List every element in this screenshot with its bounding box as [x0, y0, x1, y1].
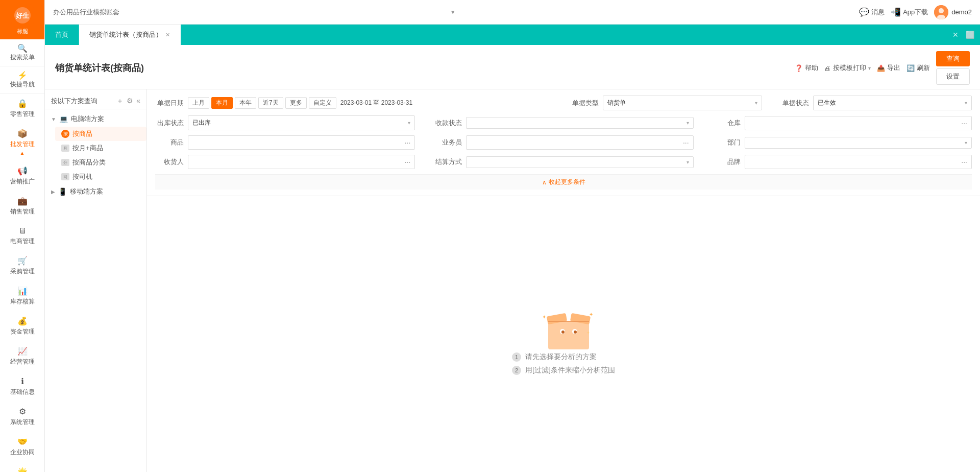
empty-tips: 1 请先选择要分析的方案 2 用[过滤]条件来缩小分析范围	[512, 352, 615, 375]
help-button[interactable]: ❓ 帮助	[795, 63, 818, 73]
warehouse-input[interactable]: ···	[745, 116, 972, 130]
doc-status-select[interactable]: 已生效 ▾	[813, 96, 972, 110]
date-btn-this-month[interactable]: 本月	[211, 97, 233, 109]
basic-info-icon: ℹ	[21, 376, 24, 386]
sidebar-item-inventory[interactable]: 📊 库存核算	[0, 281, 44, 311]
app-download-button[interactable]: 📲 App下载	[891, 7, 928, 17]
left-panel-header: 按以下方案查询 ＋ ⚙ «	[45, 93, 146, 109]
tab-close-button[interactable]: ✕	[165, 32, 170, 38]
sidebar-item-collaboration[interactable]: 🤝 企业协同	[0, 432, 44, 462]
settings-button[interactable]: 设置	[936, 68, 970, 85]
sidebar-item-operations[interactable]: 📈 经营管理	[0, 341, 44, 371]
sidebar-item-wholesale[interactable]: 📦 批发管理 ▲	[0, 124, 44, 161]
maximize-tab-btn[interactable]: ⬜	[964, 29, 976, 41]
dept-select[interactable]: ▾	[745, 137, 972, 149]
sidebar: 好生 标腿 🔍 搜索菜单 ⚡ 快捷导航 🔒 零售管理 📦 批发管理 ▲ 📢 营销…	[0, 0, 45, 472]
date-btn-this-year[interactable]: 本年	[235, 97, 256, 109]
by-month-goods-icon: 月	[61, 145, 69, 152]
sidebar-item-system[interactable]: ⚙ 系统管理	[0, 402, 44, 432]
settings-scheme-icon[interactable]: ⚙	[127, 97, 133, 106]
add-scheme-icon[interactable]: ＋	[116, 97, 124, 106]
sidebar-item-marketing[interactable]: 📢 营销推广	[0, 161, 44, 191]
brand-dots-icon: ···	[961, 158, 967, 166]
out-status-select[interactable]: 已出库 ▾	[188, 115, 415, 130]
export-icon: 📤	[877, 64, 885, 72]
search-menu-item[interactable]: 🔍 搜索菜单	[0, 39, 44, 66]
sidebar-item-ecommerce[interactable]: 🖥 电商管理	[0, 221, 44, 251]
finance-icon: 💰	[17, 316, 28, 326]
dept-arrow-icon: ▾	[965, 140, 967, 146]
collect-status-select[interactable]: ▾	[466, 117, 693, 129]
out-status-label: 出库状态	[155, 119, 184, 128]
tree-item-by-driver[interactable]: 司 按司机	[55, 170, 146, 184]
tab-sales-stats[interactable]: 销货单统计表（按商品） ✕	[79, 25, 181, 45]
sidebar-logo[interactable]: 好生 标腿	[0, 0, 44, 39]
filter-row-3: 商品 ··· 业务员 ··· 部门	[155, 135, 972, 150]
date-btn-last-7-days[interactable]: 近7天	[258, 97, 283, 109]
query-button[interactable]: 查询	[936, 51, 970, 66]
out-status-arrow-icon: ▾	[408, 120, 410, 126]
right-panel: 单据日期 上月 本月 本年 近7天 更多 自定义 2023-03-01 至 20…	[147, 89, 980, 472]
user-menu[interactable]: demo2	[934, 5, 972, 19]
tree-item-by-category[interactable]: 分 按商品分类	[55, 155, 146, 170]
tree-item-by-goods[interactable]: 按 按商品	[55, 127, 146, 141]
quick-nav-item[interactable]: ⚡ 快捷导航	[0, 66, 44, 93]
sidebar-item-newbie[interactable]: 🌟 新手引导	[0, 462, 44, 472]
mobile-folder-icon: 📱	[58, 187, 67, 196]
system-icon: ⚙	[19, 407, 26, 416]
goods-label: 商品	[155, 138, 184, 147]
collaboration-icon: 🤝	[17, 437, 28, 446]
export-button[interactable]: 📤 导出	[877, 63, 900, 73]
tree-item-by-month-goods[interactable]: 月 按月+商品	[55, 141, 146, 155]
app-download-icon: 📲	[891, 7, 901, 17]
tab-home[interactable]: 首页	[45, 25, 79, 45]
sidebar-item-basic-info[interactable]: ℹ 基础信息	[0, 371, 44, 402]
message-button[interactable]: 💬 消息	[859, 7, 885, 17]
settle-select[interactable]: ▾	[466, 156, 693, 168]
brand-input[interactable]: ···	[745, 155, 972, 169]
page-title: 销货单统计表(按商品)	[55, 62, 144, 74]
help-icon: ❓	[795, 64, 803, 72]
collapse-bar[interactable]: ∧ 收起更多条件	[155, 174, 972, 190]
print-dropdown-icon[interactable]: ▾	[868, 65, 871, 71]
sales-stats-tab-label: 销货单统计表（按商品）	[89, 30, 162, 39]
tree-pc-section[interactable]: ▼ 💻 电脑端方案	[45, 111, 146, 127]
receiver-input[interactable]: ···	[188, 155, 415, 169]
date-btn-more[interactable]: 更多	[285, 97, 307, 109]
tree-mobile-section[interactable]: ▶ 📱 移动端方案	[45, 184, 146, 199]
print-button[interactable]: 🖨 按模板打印 ▾	[824, 63, 871, 73]
sidebar-item-retail[interactable]: 🔒 零售管理	[0, 93, 44, 124]
goods-input[interactable]: ···	[188, 135, 415, 150]
svg-text:✦: ✦	[589, 312, 593, 317]
salesperson-input[interactable]: ···	[466, 135, 693, 150]
collapse-panel-icon[interactable]: «	[136, 97, 140, 106]
left-panel: 按以下方案查询 ＋ ⚙ « ▼ 💻 电脑端方案 按 按商品	[45, 89, 147, 472]
sidebar-item-sales[interactable]: 💼 销售管理	[0, 191, 44, 221]
doc-type-select[interactable]: 销货单 ▾	[603, 96, 762, 110]
topbar-dropdown-icon[interactable]: ▾	[451, 8, 455, 16]
doc-type-arrow-icon: ▾	[755, 100, 757, 106]
tree-arrow-icon: ▼	[51, 116, 56, 122]
svg-point-12	[574, 331, 577, 334]
svg-rect-5	[548, 321, 589, 349]
svg-text:✦: ✦	[542, 314, 546, 320]
logo-image: 好生	[11, 4, 34, 27]
date-btn-last-month[interactable]: 上月	[188, 97, 209, 109]
tree-mobile-arrow-icon: ▶	[51, 189, 55, 195]
purchase-icon: 🛒	[17, 256, 28, 266]
close-tab-btn[interactable]: ✕	[949, 29, 962, 41]
svg-text:好生: 好生	[15, 12, 29, 19]
wholesale-icon: 📦	[17, 129, 28, 138]
by-driver-icon: 司	[61, 173, 69, 180]
goods-dots-icon: ···	[405, 138, 411, 147]
filter-row-2: 出库状态 已出库 ▾ 收款状态 ▾ 仓库	[155, 115, 972, 130]
left-panel-title: 按以下方案查询	[51, 97, 97, 106]
date-btn-custom[interactable]: 自定义	[309, 97, 336, 109]
sidebar-item-purchase[interactable]: 🛒 采购管理	[0, 251, 44, 281]
filter-area: 单据日期 上月 本月 本年 近7天 更多 自定义 2023-03-01 至 20…	[147, 89, 980, 196]
sidebar-item-finance[interactable]: 💰 资金管理	[0, 311, 44, 341]
date-buttons-group: 上月 本月 本年 近7天 更多 自定义 2023-03-01 至 2023-03…	[188, 97, 412, 109]
refresh-button[interactable]: 🔄 刷新	[906, 63, 930, 73]
svg-point-11	[561, 331, 565, 334]
tree-sub-items: 按 按商品 月 按月+商品 分 按商品分类 司 按司机	[45, 127, 146, 184]
